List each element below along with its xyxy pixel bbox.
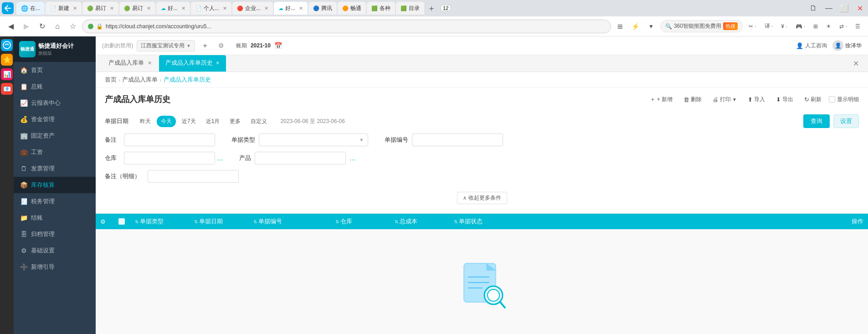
select-all-checkbox[interactable] xyxy=(118,218,125,225)
print-button[interactable]: 🖨 打印 ▼ xyxy=(709,94,740,105)
tab-close-5[interactable]: ✕ xyxy=(181,5,185,11)
query-button[interactable]: 查询 xyxy=(803,114,830,128)
translate-tool[interactable]: 译 · xyxy=(761,21,776,31)
menu-tool[interactable]: ☰ xyxy=(852,22,863,31)
tab-list-close-icon[interactable]: ✕ xyxy=(148,60,152,66)
export-button[interactable]: ⬇ 导出 xyxy=(772,94,797,105)
product-dots[interactable]: ... xyxy=(349,154,355,162)
tab-history[interactable]: 产成品入库单历史 ✕ xyxy=(159,55,226,72)
tab-close-7[interactable]: ✕ xyxy=(264,5,268,11)
minimize-button[interactable]: — xyxy=(822,2,835,15)
chanjet-app-icon[interactable] xyxy=(1,39,13,51)
browser-back-icon[interactable] xyxy=(2,2,14,14)
date-btn-1month[interactable]: 近1月 xyxy=(202,116,224,127)
product-input[interactable] xyxy=(255,152,346,164)
date-btn-yesterday[interactable]: 昨天 xyxy=(136,116,155,127)
add-company-button[interactable]: ＋ xyxy=(199,39,211,52)
tab-history-close-icon[interactable]: ✕ xyxy=(216,60,220,66)
sidebar-item-fund-mgmt[interactable]: 💰 资金管理 xyxy=(14,111,96,128)
type-col-header[interactable]: ⇅ 单据类型 xyxy=(130,214,190,229)
star-app-icon[interactable]: ⭐ xyxy=(1,54,13,66)
sidebar-item-new-entry[interactable]: ➕ 新增引导 xyxy=(14,259,96,275)
browser-tab-1[interactable]: 🌐 在... xyxy=(16,2,45,15)
browser-tab-8[interactable]: ☁ 好... ✕ xyxy=(274,2,308,15)
refresh-button[interactable]: ↻ xyxy=(36,20,48,33)
address-bar[interactable]: 🔒 https://cloud.chanjet.com/accounting/u… xyxy=(82,20,611,33)
sidebar-item-invoice[interactable]: 🗒 发票管理 xyxy=(14,160,96,177)
browser-tab-11[interactable]: 🟩 各种 xyxy=(367,2,395,15)
tab-close-6[interactable]: ✕ xyxy=(223,5,227,11)
browser-tab-6[interactable]: 📄 个人... ✕ xyxy=(191,2,231,15)
chart-app-icon[interactable]: 📊 xyxy=(1,68,13,80)
sidebar-item-closing[interactable]: 📁 结账 xyxy=(14,210,96,226)
warehouse-input[interactable] xyxy=(124,152,215,164)
tab-close-2[interactable]: ✕ xyxy=(73,5,77,11)
bookmark-button[interactable]: ☆ xyxy=(67,20,79,33)
email-app-icon[interactable]: 📧 xyxy=(1,83,13,95)
date-btn-7days[interactable]: 近7天 xyxy=(178,116,200,127)
restore-window-icon[interactable]: 🗋 xyxy=(807,2,820,15)
new-tab-button[interactable]: ＋ xyxy=(425,2,438,15)
gamepad-tool[interactable]: 🎮 · xyxy=(792,22,809,31)
back-button[interactable]: ◀ xyxy=(5,20,17,33)
date-btn-custom[interactable]: 自定义 xyxy=(247,116,271,127)
type-select[interactable]: ▼ xyxy=(259,134,368,146)
tab-close-8[interactable]: ✕ xyxy=(299,5,303,11)
sidebar-item-inventory[interactable]: 📦 库存核算 xyxy=(14,177,96,193)
browser-tab-7[interactable]: 🔴 企业... ✕ xyxy=(232,2,273,15)
tab-list[interactable]: 产成品入库单 ✕ xyxy=(102,55,158,72)
remark-input[interactable] xyxy=(124,134,215,146)
remark-detail-input[interactable] xyxy=(148,170,239,183)
browser-tab-4[interactable]: 🟢 易订 ✕ xyxy=(119,2,155,15)
delete-button[interactable]: 🗑 删除 xyxy=(680,94,705,105)
company-selector[interactable]: 江西服宝测试专用 ▼ xyxy=(137,40,195,51)
sidebar-item-archive[interactable]: 🗄 归档管理 xyxy=(14,226,96,242)
breadcrumb-parent[interactable]: 产成品入库单 xyxy=(122,76,158,84)
breadcrumb-home[interactable]: 首页 xyxy=(105,76,117,84)
sidebar-item-payroll[interactable]: 💼 工资 xyxy=(14,144,96,160)
settings-col[interactable]: ⚙ xyxy=(96,215,114,229)
chevron-down-icon[interactable]: ▼ xyxy=(645,20,657,33)
tab-close-3[interactable]: ✕ xyxy=(110,5,114,11)
company-settings-icon[interactable]: ⚙ xyxy=(215,39,228,52)
warehouse-dots[interactable]: ... xyxy=(217,154,223,162)
warehouse-col-header[interactable]: ⇅ 仓库 xyxy=(331,214,390,229)
calendar-icon[interactable]: 📅 xyxy=(274,42,282,49)
maximize-button[interactable]: ⬜ xyxy=(838,2,851,15)
theme-tool[interactable]: ☀ xyxy=(823,22,834,31)
sidebar-item-fixed-assets[interactable]: 🏢 固定资产 xyxy=(14,128,96,144)
scissors-tool[interactable]: ✂ · xyxy=(745,22,760,31)
close-tab-icon[interactable]: ✕ xyxy=(850,59,862,68)
number-input[interactable] xyxy=(412,134,503,146)
home-nav-button[interactable]: ⌂ xyxy=(51,20,64,33)
customer-service-button[interactable]: 👤 人工咨询 xyxy=(796,42,827,50)
search-box[interactable]: 🔍 360智能抠图免费用 热搜 xyxy=(660,20,743,32)
cost-col-header[interactable]: ⇅ 总成本 xyxy=(390,214,449,229)
import-button[interactable]: ⬆ 导入 xyxy=(744,94,769,105)
lightning-icon[interactable]: ⚡ xyxy=(629,20,642,33)
sidebar-item-general-ledger[interactable]: 📋 总账 xyxy=(14,78,96,95)
refresh-button[interactable]: ↻ 刷新 xyxy=(801,94,825,105)
add-button[interactable]: ＋ + 新增 xyxy=(646,93,676,105)
sidebar-item-cloud-report[interactable]: 📈 云报表中心 xyxy=(14,95,96,111)
tab-close-4[interactable]: ✕ xyxy=(147,5,151,11)
browser-tab-10[interactable]: 🟠 畅通 xyxy=(338,2,366,15)
browser-tab-3[interactable]: 🟢 易订 ✕ xyxy=(82,2,118,15)
date-btn-today[interactable]: 今天 xyxy=(157,116,176,127)
show-detail-checkbox[interactable] xyxy=(829,96,835,103)
browser-tab-5[interactable]: ☁ 好... ✕ xyxy=(156,2,190,15)
number-col-header[interactable]: ⇅ 单据编号 xyxy=(249,214,331,229)
checkbox-col[interactable] xyxy=(114,215,130,228)
collapse-button[interactable]: ∧ 收起更多条件 xyxy=(457,192,507,204)
status-col-header[interactable]: ⇅ 单据状态 xyxy=(449,214,508,229)
sync-tool[interactable]: ⇄ · xyxy=(836,22,850,31)
close-button[interactable]: ✕ xyxy=(853,2,866,15)
user-profile[interactable]: 👤 徐泽华 xyxy=(832,40,862,51)
sidebar-item-home[interactable]: 🏠 首页 xyxy=(14,62,96,78)
date-btn-more[interactable]: 更多 xyxy=(226,116,245,127)
settings-button[interactable]: 设置 xyxy=(833,114,859,128)
grid-tool[interactable]: ⊞ xyxy=(810,22,821,31)
browser-tab-2[interactable]: 📄 新建 ✕ xyxy=(46,2,82,15)
browser-tab-12[interactable]: 🟩 目录 xyxy=(396,2,424,15)
forward-button[interactable]: ▶ xyxy=(20,20,33,33)
